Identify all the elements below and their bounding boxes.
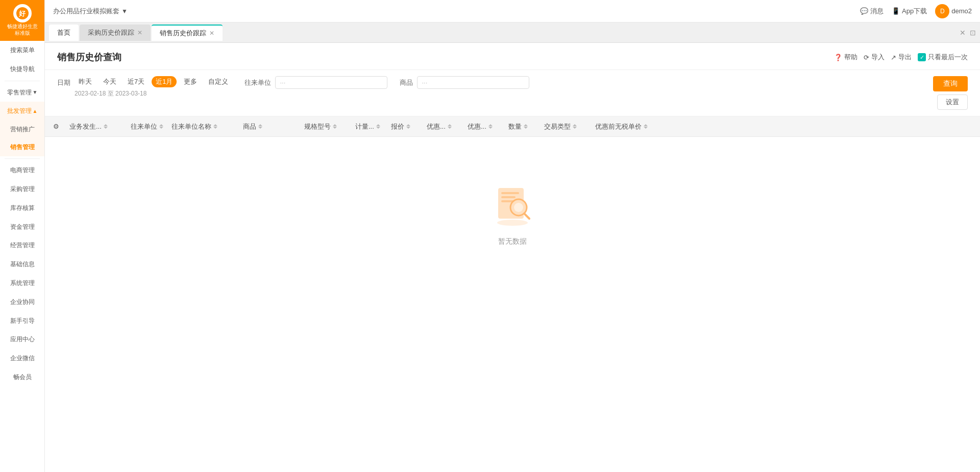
message-btn[interactable]: 💬 消息 — [860, 7, 884, 16]
product-filter-label: 商品 — [400, 76, 413, 87]
sidebar-item-sales-mgmt[interactable]: 销售管理 — [0, 138, 44, 156]
app-version: 标准版 — [15, 30, 30, 37]
th-discount1[interactable]: 优惠... — [423, 122, 463, 131]
empty-state: 暂无数据 — [45, 137, 980, 287]
query-button[interactable]: 查询 — [933, 76, 968, 91]
sidebar-item-retail-mgmt[interactable]: 零售管理 ▼ — [0, 83, 44, 102]
svg-point-2 — [497, 220, 528, 226]
svg-line-8 — [524, 214, 529, 219]
th-discount2[interactable]: 优惠... — [463, 122, 504, 131]
date-option-custom[interactable]: 自定义 — [204, 76, 232, 87]
th-business-label: 业务发生... — [69, 122, 102, 131]
user-name: demo2 — [951, 7, 972, 15]
divider-2 — [5, 158, 40, 159]
th-price-label: 报价 — [391, 122, 404, 131]
wholesale-arrow: ▲ — [33, 108, 38, 115]
sidebar-item-ecommerce-mgmt[interactable]: 电商管理 — [0, 161, 44, 180]
partner-placeholder: ··· — [280, 79, 285, 86]
dropdown-arrow-icon: ▼ — [121, 8, 128, 15]
th-settings[interactable]: ⚙ — [49, 123, 65, 130]
th-business[interactable]: 业务发生... — [65, 122, 127, 131]
svg-rect-4 — [501, 192, 519, 194]
date-option-today[interactable]: 今天 — [99, 76, 120, 87]
company-selector[interactable]: 办公用品行业模拟账套 ▼ — [53, 7, 128, 16]
sidebar-item-purchase-mgmt[interactable]: 采购管理 — [0, 180, 44, 199]
tab-home[interactable]: 首页 — [49, 25, 79, 41]
date-option-yesterday[interactable]: 昨天 — [75, 76, 96, 87]
message-label: 消息 — [870, 7, 884, 16]
sidebar-item-quick-nav[interactable]: 快捷导航 — [0, 60, 44, 79]
date-option-more[interactable]: 更多 — [180, 76, 201, 87]
th-unit[interactable]: 计量... — [351, 122, 387, 131]
th-trade-type-label: 交易类型 — [544, 122, 571, 131]
th-spec[interactable]: 规格型号 — [300, 122, 351, 131]
export-icon: ↗ — [891, 54, 896, 61]
app-logo[interactable]: 好 畅捷通好生意 标准版 — [0, 0, 44, 41]
sidebar-item-marketing[interactable]: 营销推广 — [0, 121, 44, 138]
sidebar-item-enterprise-wechat[interactable]: 企业微信 — [0, 349, 44, 368]
logo-icon: 好 — [13, 4, 32, 22]
empty-icon — [487, 178, 538, 229]
tab-purchase-close-icon[interactable]: ✕ — [137, 29, 142, 36]
sidebar-item-system-mgmt[interactable]: 系统管理 — [0, 274, 44, 293]
th-partner-code[interactable]: 往来单位 — [127, 122, 167, 131]
date-range-display: 2023-02-18 至 2023-03-18 — [75, 89, 232, 98]
sidebar-item-search-menu[interactable]: 搜索菜单 — [0, 41, 44, 60]
sidebar-item-wholesale-mgmt[interactable]: 批发管理 ▲ — [0, 102, 44, 121]
settings-button[interactable]: 设置 — [937, 95, 968, 110]
import-icon: ⟳ — [864, 54, 869, 61]
th-partner-name-sort — [213, 124, 217, 129]
sidebar-item-basic-info[interactable]: 基础信息 — [0, 255, 44, 274]
th-qty[interactable]: 数量 — [504, 122, 540, 131]
date-options-row: 昨天 今天 近7天 近1月 更多 自定义 — [75, 76, 232, 87]
product-input[interactable]: ··· — [417, 76, 529, 89]
partner-input[interactable]: ··· — [275, 76, 387, 89]
date-option-1month[interactable]: 近1月 — [152, 76, 177, 87]
app-download-btn[interactable]: 📱 App下载 — [892, 7, 927, 16]
th-trade-type[interactable]: 交易类型 — [540, 122, 591, 131]
help-btn[interactable]: ❓ 帮助 — [834, 53, 857, 62]
help-icon: ❓ — [834, 54, 842, 61]
tab-sales-close-icon[interactable]: ✕ — [209, 30, 214, 37]
tab-purchase-history-label: 采购历史价跟踪 — [88, 28, 134, 37]
date-filter-label: 日期 — [57, 76, 70, 87]
th-spec-sort — [333, 124, 337, 129]
sidebar-item-inventory[interactable]: 库存核算 — [0, 199, 44, 218]
product-placeholder: ··· — [422, 79, 427, 86]
sidebar-item-finance-mgmt[interactable]: 资金管理 — [0, 218, 44, 237]
maximize-icon[interactable]: ⊡ — [970, 29, 976, 37]
sidebar-item-enterprise-coop[interactable]: 企业协同 — [0, 293, 44, 312]
tab-purchase-history[interactable]: 采购历史价跟踪 ✕ — [80, 25, 151, 41]
retail-arrow: ▼ — [33, 89, 38, 96]
th-pre-tax-sort — [644, 124, 648, 129]
topbar: 办公用品行业模拟账套 ▼ 💬 消息 📱 App下载 D demo2 — [45, 0, 980, 22]
th-trade-type-sort — [573, 124, 577, 129]
close-window-icon[interactable]: ✕ — [960, 29, 966, 37]
th-discount1-label: 优惠... — [427, 122, 446, 131]
user-profile[interactable]: D demo2 — [935, 4, 972, 18]
sidebar-item-new-guide[interactable]: 新手引导 — [0, 312, 44, 331]
th-spec-label: 规格型号 — [304, 122, 331, 131]
th-product[interactable]: 商品 — [239, 122, 300, 131]
import-btn[interactable]: ⟳ 导入 — [864, 53, 885, 62]
th-unit-label: 计量... — [355, 122, 374, 131]
tab-sales-history[interactable]: 销售历史价跟踪 ✕ — [152, 25, 223, 41]
svg-rect-5 — [501, 196, 516, 198]
divider-1 — [5, 81, 40, 81]
settings-gear-icon: ⚙ — [53, 123, 59, 130]
th-price[interactable]: 报价 — [387, 122, 423, 131]
sidebar-item-membership[interactable]: 畅会员 — [0, 368, 44, 387]
sidebar-item-app-center[interactable]: 应用中心 — [0, 330, 44, 349]
sidebar-item-ops-mgmt[interactable]: 经营管理 — [0, 236, 44, 255]
app-download-label: App下载 — [902, 7, 927, 16]
export-btn[interactable]: ↗ 导出 — [891, 53, 912, 62]
th-partner-name-label: 往来单位名称 — [172, 122, 211, 131]
company-name: 办公用品行业模拟账套 — [53, 7, 119, 16]
th-price-sort — [406, 124, 410, 129]
only-last-checkbox[interactable]: ✓ 只看最后一次 — [918, 53, 968, 62]
export-label: 导出 — [898, 53, 912, 62]
date-filter-group: 日期 昨天 今天 近7天 近1月 更多 自定义 2023-02-18 至 202… — [57, 76, 232, 98]
th-pre-tax[interactable]: 优惠前无税单价 — [591, 122, 976, 131]
date-option-7days[interactable]: 近7天 — [124, 76, 149, 87]
th-partner-name[interactable]: 往来单位名称 — [167, 122, 239, 131]
